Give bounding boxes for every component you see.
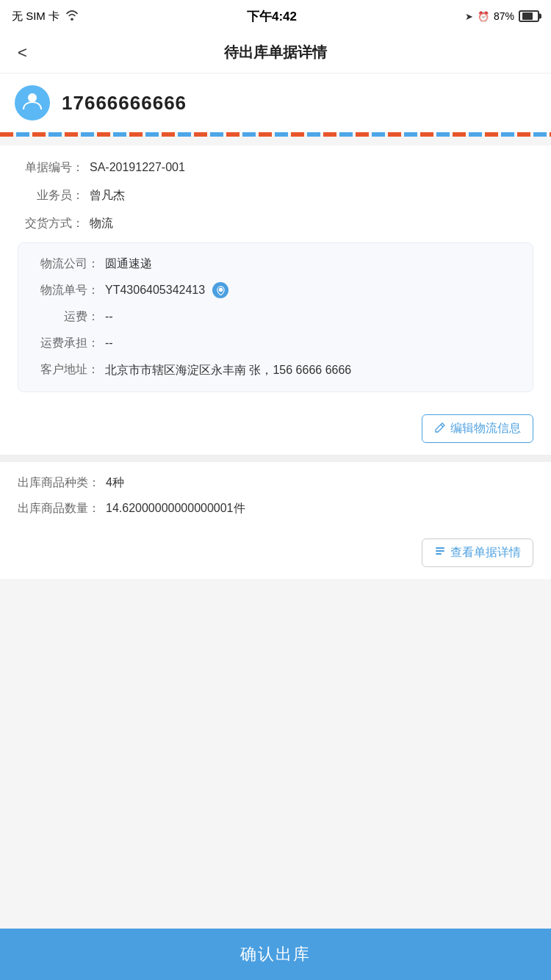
goods-type-row: 出库商品种类： 4种 <box>18 475 533 491</box>
customer-header: 17666666666 <box>0 73 551 132</box>
freight-burden-row: 运费承担： -- <box>33 334 518 352</box>
address-value: 北京市市辖区海淀区永丰南 张，156 6666 6666 <box>105 361 518 380</box>
battery-percent: 87% <box>494 10 514 22</box>
delivery-method-label: 交货方式： <box>18 215 84 232</box>
address-label: 客户地址： <box>33 361 99 378</box>
view-detail-row: 查看单据详情 <box>0 530 551 579</box>
edit-logistics-button[interactable]: 编辑物流信息 <box>422 414 533 443</box>
svg-rect-4 <box>436 553 442 555</box>
freight-value: -- <box>105 308 518 325</box>
avatar <box>15 85 50 120</box>
goods-type-label: 出库商品种类： <box>18 475 100 491</box>
section-divider <box>0 455 551 462</box>
tracking-row: 物流单号： YT4306405342413 <box>33 281 518 299</box>
logistics-company-row: 物流公司： 圆通速递 <box>33 255 518 273</box>
salesperson-label: 业务员： <box>18 187 84 204</box>
customer-phone: 17666666666 <box>62 92 187 115</box>
freight-label: 运费： <box>33 308 99 325</box>
status-right: ➤ ⏰ 87% <box>465 10 539 22</box>
logistics-company-label: 物流公司： <box>33 255 99 273</box>
svg-rect-3 <box>436 550 444 552</box>
doc-number-row: 单据编号： SA-20191227-001 <box>18 159 533 176</box>
goods-quantity-label: 出库商品数量： <box>18 501 100 516</box>
status-left: 无 SIM 卡 <box>12 10 79 24</box>
confirm-outbound-bar[interactable]: 确认出库 <box>0 929 551 980</box>
svg-rect-2 <box>436 547 444 549</box>
carrier-label: 无 SIM 卡 <box>12 10 60 24</box>
confirm-outbound-text: 确认出库 <box>240 943 311 965</box>
goods-type-value: 4种 <box>106 475 124 491</box>
location-status-icon: ➤ <box>465 11 473 22</box>
alarm-status-icon: ⏰ <box>478 11 489 22</box>
freight-row: 运费： -- <box>33 308 518 325</box>
goods-section: 出库商品种类： 4种 出库商品数量： 14.62000000000000001件 <box>0 462 551 530</box>
delivery-method-row: 交货方式： 物流 <box>18 215 533 232</box>
person-icon <box>22 90 43 115</box>
freight-burden-value: -- <box>105 334 518 352</box>
logistics-card: 物流公司： 圆通速递 物流单号： YT4306405342413 运费： -- … <box>18 242 533 392</box>
salesperson-row: 业务员： 曾凡杰 <box>18 187 533 204</box>
svg-point-0 <box>28 93 37 102</box>
nav-bar: < 待出库单据详情 <box>0 32 551 73</box>
bottom-spacer <box>0 579 551 726</box>
tracking-value: YT4306405342413 <box>105 281 518 299</box>
page-title: 待出库单据详情 <box>224 43 327 62</box>
logistics-company-value: 圆通速递 <box>105 255 518 273</box>
freight-burden-label: 运费承担： <box>33 334 99 352</box>
salesperson-value: 曾凡杰 <box>90 187 533 204</box>
list-icon <box>434 545 446 560</box>
edit-icon <box>434 422 446 436</box>
tracking-label: 物流单号： <box>33 281 99 299</box>
goods-quantity-row: 出库商品数量： 14.62000000000000001件 <box>18 501 533 516</box>
battery-icon <box>519 10 539 22</box>
order-info-section: 单据编号： SA-20191227-001 业务员： 曾凡杰 交货方式： 物流 … <box>0 145 551 406</box>
delivery-method-value: 物流 <box>90 215 533 232</box>
status-time: 下午4:42 <box>247 8 297 25</box>
goods-quantity-value: 14.62000000000000001件 <box>106 501 245 516</box>
svg-point-1 <box>218 287 223 292</box>
doc-number-label: 单据编号： <box>18 159 84 176</box>
edit-logistics-row: 编辑物流信息 <box>0 406 551 455</box>
address-row: 客户地址： 北京市市辖区海淀区永丰南 张，156 6666 6666 <box>33 361 518 380</box>
status-bar: 无 SIM 卡 下午4:42 ➤ ⏰ 87% <box>0 0 551 32</box>
back-button[interactable]: < <box>12 37 33 68</box>
tracking-location-icon[interactable] <box>212 282 228 298</box>
dashed-divider <box>0 132 551 137</box>
view-detail-button[interactable]: 查看单据详情 <box>422 538 533 567</box>
wifi-icon <box>65 10 79 23</box>
doc-number-value: SA-20191227-001 <box>90 159 533 176</box>
